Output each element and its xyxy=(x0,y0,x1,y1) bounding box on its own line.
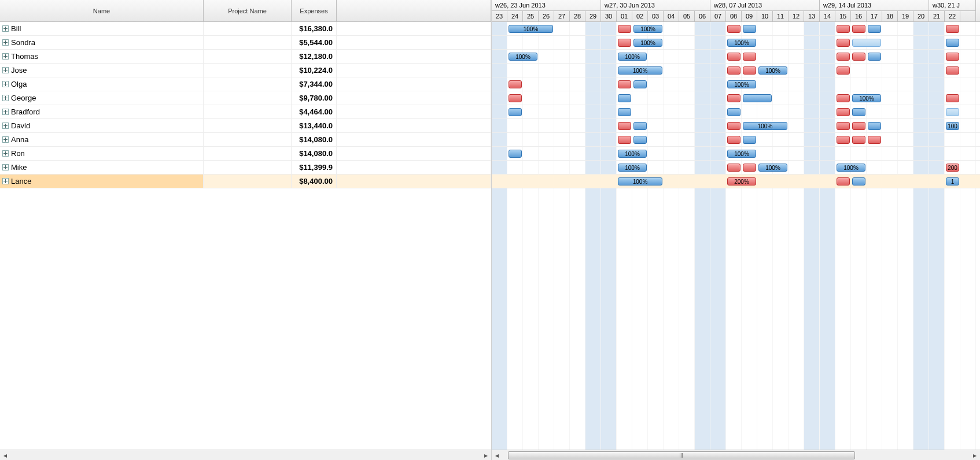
gantt-bar[interactable] xyxy=(837,39,850,47)
gantt-bar[interactable]: 100% xyxy=(758,164,787,172)
col-header-expenses[interactable]: Expenses xyxy=(292,0,337,21)
day-header[interactable]: 29 xyxy=(585,11,601,22)
gantt-bar[interactable]: 100% xyxy=(618,150,647,158)
table-row[interactable]: Thomas$12,180.0 xyxy=(0,50,491,64)
gantt-bar[interactable] xyxy=(946,53,959,61)
gantt-bar[interactable] xyxy=(618,80,631,88)
gantt-bar[interactable]: 100% xyxy=(727,39,756,47)
day-header[interactable]: 28 xyxy=(570,11,585,22)
gantt-bar[interactable]: 100% xyxy=(758,66,787,75)
timeline-h-scrollbar[interactable]: ◂ ▸ xyxy=(492,450,980,460)
scroll-left-icon[interactable]: ◂ xyxy=(492,450,502,460)
gantt-bar[interactable] xyxy=(868,136,881,144)
day-header[interactable]: 19 xyxy=(898,11,913,22)
gantt-bar[interactable] xyxy=(743,164,756,172)
gantt-bar[interactable] xyxy=(852,53,865,61)
timeline-row[interactable]: 100%100% xyxy=(492,50,980,64)
gantt-bar[interactable] xyxy=(509,80,522,88)
gantt-bar[interactable] xyxy=(946,108,959,116)
table-row[interactable]: David$13,440.0 xyxy=(0,119,491,133)
timeline-row[interactable]: 100%100% xyxy=(492,36,980,50)
table-row[interactable]: Bradford$4,464.00 xyxy=(0,105,491,119)
day-header[interactable]: 11 xyxy=(773,11,789,22)
timeline-row[interactable]: 100%100% xyxy=(492,64,980,77)
day-header[interactable]: 05 xyxy=(679,11,695,22)
table-row[interactable]: Mike$11,399.9 xyxy=(0,161,491,175)
gantt-bar[interactable]: 100% xyxy=(743,122,787,130)
gantt-bar[interactable] xyxy=(743,53,756,61)
gantt-bar[interactable] xyxy=(618,25,631,33)
expand-icon[interactable] xyxy=(2,164,9,170)
gantt-bar[interactable]: 200 xyxy=(946,164,959,172)
day-header[interactable]: 01 xyxy=(617,11,632,22)
day-header[interactable]: 14 xyxy=(820,11,835,22)
gantt-bar[interactable] xyxy=(852,108,865,116)
gantt-bar[interactable] xyxy=(837,136,850,144)
gantt-bar[interactable]: 100% xyxy=(837,164,865,172)
gantt-bar[interactable] xyxy=(946,39,959,47)
gantt-bar[interactable] xyxy=(946,25,959,33)
gantt-bar[interactable]: 100% xyxy=(509,53,537,61)
expand-icon[interactable] xyxy=(2,25,9,32)
grid-h-scrollbar[interactable]: ◂ ▸ xyxy=(0,450,491,460)
timeline-row[interactable] xyxy=(492,133,980,147)
gantt-bar[interactable] xyxy=(727,122,740,130)
expand-icon[interactable] xyxy=(2,136,9,143)
gantt-bar[interactable] xyxy=(618,122,631,130)
gantt-bar[interactable] xyxy=(633,80,647,88)
gantt-bar[interactable] xyxy=(837,122,850,130)
gantt-bar[interactable] xyxy=(618,94,631,102)
expand-icon[interactable] xyxy=(2,95,9,101)
timeline-row[interactable] xyxy=(492,105,980,119)
gantt-bar[interactable] xyxy=(727,53,740,61)
timeline-row[interactable]: 100%200%1 xyxy=(492,175,980,188)
expand-icon[interactable] xyxy=(2,150,9,157)
expand-icon[interactable] xyxy=(2,53,9,60)
gantt-bar[interactable] xyxy=(727,136,740,144)
gantt-bar[interactable] xyxy=(837,177,850,186)
gantt-bar[interactable] xyxy=(727,164,740,172)
gantt-bar[interactable]: 100% xyxy=(618,177,662,186)
timeline-row[interactable]: 100% xyxy=(492,77,980,91)
day-header[interactable]: 04 xyxy=(664,11,679,22)
gantt-bar[interactable]: 200% xyxy=(727,177,756,186)
scroll-right-icon[interactable]: ▸ xyxy=(481,450,491,460)
day-header[interactable]: 12 xyxy=(789,11,804,22)
day-header[interactable]: 18 xyxy=(882,11,898,22)
gantt-bar[interactable] xyxy=(743,66,756,75)
gantt-bar[interactable] xyxy=(852,136,865,144)
table-row[interactable]: Olga$7,344.00 xyxy=(0,77,491,91)
gantt-bar[interactable] xyxy=(946,94,959,102)
gantt-bar[interactable] xyxy=(852,122,865,130)
gantt-bar[interactable] xyxy=(509,150,522,158)
day-header[interactable]: 10 xyxy=(757,11,773,22)
gantt-bar[interactable] xyxy=(633,136,647,144)
gantt-bar[interactable] xyxy=(946,66,959,75)
table-row[interactable]: Jose$10,224.0 xyxy=(0,64,491,77)
table-row[interactable]: Bill$16,380.0 xyxy=(0,22,491,36)
scroll-thumb[interactable] xyxy=(508,451,855,459)
gantt-bar[interactable]: 100% xyxy=(618,53,647,61)
day-header[interactable]: 15 xyxy=(835,11,851,22)
scroll-left-icon[interactable]: ◂ xyxy=(0,450,10,460)
day-header[interactable]: 17 xyxy=(867,11,882,22)
table-row[interactable]: Ron$14,080.0 xyxy=(0,147,491,161)
gantt-bar[interactable] xyxy=(743,136,756,144)
gantt-bar[interactable] xyxy=(727,25,740,33)
expand-icon[interactable] xyxy=(2,109,9,115)
scroll-right-icon[interactable]: ▸ xyxy=(970,450,980,460)
day-header[interactable]: 22 xyxy=(945,11,960,22)
gantt-bar[interactable] xyxy=(727,94,740,102)
gantt-bar[interactable] xyxy=(837,108,850,116)
day-header[interactable] xyxy=(960,11,976,22)
gantt-bar[interactable] xyxy=(868,25,881,33)
day-header[interactable]: 02 xyxy=(632,11,648,22)
week-header[interactable]: w28, 07 Jul 2013 xyxy=(710,0,820,11)
gantt-bar[interactable] xyxy=(852,177,865,186)
gantt-bar[interactable] xyxy=(618,136,631,144)
day-header[interactable]: 07 xyxy=(710,11,726,22)
day-header[interactable]: 20 xyxy=(913,11,929,22)
timeline-row[interactable]: 100%100% xyxy=(492,22,980,36)
expand-icon[interactable] xyxy=(2,123,9,129)
gantt-bar[interactable] xyxy=(852,39,881,47)
